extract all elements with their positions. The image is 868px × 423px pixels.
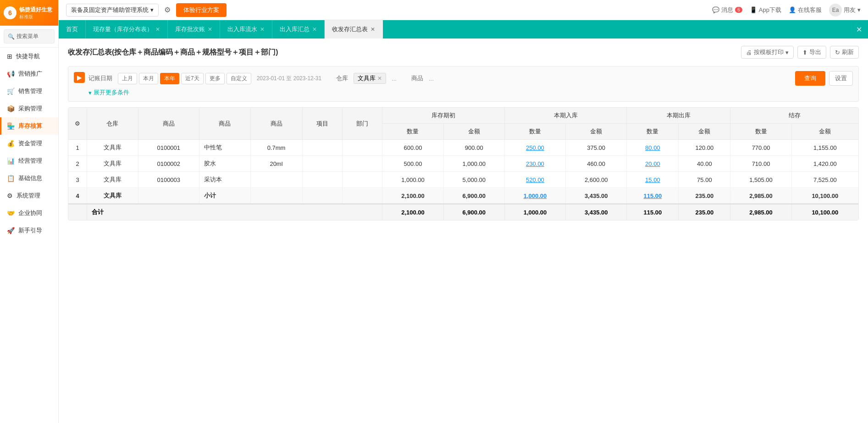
col-in-header: 本期入库 bbox=[504, 108, 626, 124]
row-out-qty[interactable]: 80.00 bbox=[627, 140, 679, 156]
page-inner: 收发存汇总表(按仓库＋商品编码＋商品＋规格型号＋项目＋部门) 🖨 按模板打印 ▾… bbox=[59, 38, 868, 423]
table-settings-icon[interactable]: ⚙ bbox=[73, 119, 82, 128]
date-more[interactable]: 更多 bbox=[205, 73, 225, 84]
footer-in-qty: 1,000.00 bbox=[504, 204, 565, 220]
date-prev-month[interactable]: 上月 bbox=[118, 73, 137, 84]
export-button[interactable]: ⬆ 导出 bbox=[797, 46, 826, 59]
basic-icon: 📋 bbox=[7, 175, 15, 182]
row-code: 0100002 bbox=[138, 156, 199, 172]
col-in-amt-header: 金额 bbox=[566, 124, 627, 140]
enterprise-icon: 🤝 bbox=[7, 209, 15, 217]
settings-button[interactable]: 设置 bbox=[829, 71, 853, 86]
sidebar-item-inventory[interactable]: 🏪 库存核算 bbox=[0, 117, 58, 135]
col-in-qty-header: 数量 bbox=[504, 124, 565, 140]
row-in-qty[interactable]: 250.00 bbox=[504, 140, 565, 156]
date-curr-month[interactable]: 本月 bbox=[139, 73, 158, 84]
refresh-button[interactable]: ↻ 刷新 bbox=[830, 46, 859, 59]
row-out-qty[interactable]: 15.00 bbox=[627, 172, 679, 188]
service-icon: 👤 bbox=[789, 6, 796, 13]
warehouse-label: 仓库 bbox=[336, 74, 348, 82]
sidebar-item-sales[interactable]: 🛒 销售管理 bbox=[0, 82, 58, 100]
tab-close-in-out-flow[interactable]: ✕ bbox=[260, 26, 265, 33]
print-icon: 🖨 bbox=[746, 49, 752, 56]
date-7days[interactable]: 近7天 bbox=[181, 73, 204, 84]
page-top-actions: 🖨 按模板打印 ▾ ⬆ 导出 ↻ 刷新 bbox=[741, 46, 859, 59]
try-industry-button[interactable]: 体验行业方案 bbox=[176, 3, 227, 17]
goods-more[interactable]: ... bbox=[429, 75, 434, 82]
sidebar-logo: 6 畅捷通好生意 标准版 bbox=[0, 0, 58, 26]
warehouse-remove-icon[interactable]: ✕ bbox=[377, 75, 382, 82]
user-menu[interactable]: Ea 用友 ▾ bbox=[829, 4, 861, 16]
col-out-amt-header: 金额 bbox=[679, 124, 730, 140]
message-button[interactable]: 💬 消息 6 bbox=[712, 6, 742, 14]
tab-home[interactable]: 首页 bbox=[59, 20, 86, 38]
row-code: 0100003 bbox=[138, 172, 199, 188]
row-balance-qty: 2,985.00 bbox=[730, 188, 791, 204]
sidebar-item-operation[interactable]: 📊 经营管理 bbox=[0, 152, 58, 170]
tab-close-inventory-dist[interactable]: ✕ bbox=[155, 26, 160, 33]
guide-icon: 🚀 bbox=[7, 227, 15, 234]
system-selector[interactable]: 装备及固定资产辅助管理系统 ▾ bbox=[66, 4, 159, 16]
row-in-qty[interactable]: 230.00 bbox=[504, 156, 565, 172]
tab-batch-account[interactable]: 库存批次账 ✕ bbox=[168, 20, 220, 38]
app-download-button[interactable]: 📱 App下载 bbox=[750, 6, 781, 14]
row-project bbox=[302, 172, 342, 188]
row-out-qty[interactable]: 115.00 bbox=[627, 188, 679, 204]
row-project bbox=[302, 156, 342, 172]
sidebar-search[interactable]: 🔍 搜索菜单 bbox=[0, 26, 58, 48]
row-out-amt: 235.00 bbox=[679, 188, 730, 204]
filter-toggle-button[interactable]: ▶ bbox=[74, 72, 85, 83]
row-opening-qty: 1,000.00 bbox=[382, 172, 443, 188]
sidebar-item-enterprise[interactable]: 🤝 企业协同 bbox=[0, 204, 58, 222]
sidebar-item-quick-nav[interactable]: ⊞ 快捷导航 bbox=[0, 48, 58, 65]
expand-conditions-button[interactable]: ▾ 展开更多条件 bbox=[88, 88, 129, 97]
avatar: Ea bbox=[829, 4, 842, 16]
row-opening-amt: 5,000.00 bbox=[443, 172, 504, 188]
footer-opening-amt: 6,900.00 bbox=[443, 204, 504, 220]
date-curr-year[interactable]: 本年 bbox=[160, 73, 179, 84]
tab-in-out-flow[interactable]: 出入库流水 ✕ bbox=[220, 20, 272, 38]
col-settings: ⚙ bbox=[68, 108, 87, 140]
sidebar-item-basic[interactable]: 📋 基础信息 bbox=[0, 170, 58, 187]
settings-icon[interactable]: ⚙ bbox=[164, 5, 171, 14]
online-service-button[interactable]: 👤 在线客服 bbox=[789, 6, 822, 14]
warehouse-more[interactable]: ... bbox=[392, 75, 397, 82]
query-button[interactable]: 查询 bbox=[795, 71, 825, 86]
date-range-display: 2023-01-01 至 2023-12-31 bbox=[257, 75, 321, 82]
sidebar-item-finance[interactable]: 💰 资金管理 bbox=[0, 135, 58, 152]
search-menu-button[interactable]: 🔍 搜索菜单 bbox=[4, 29, 55, 44]
sidebar-item-guide[interactable]: 🚀 新手引导 bbox=[0, 222, 58, 239]
table-row: 1 文具库 0100001 中性笔 0.7mm 600.00 900.00 25… bbox=[68, 140, 858, 156]
footer-balance-qty: 2,985.00 bbox=[730, 204, 791, 220]
row-in-qty[interactable]: 520.00 bbox=[504, 172, 565, 188]
row-warehouse: 文具库 bbox=[87, 156, 138, 172]
print-template-button[interactable]: 🖨 按模板打印 ▾ bbox=[741, 46, 794, 59]
tab-close-collection-summary[interactable]: ✕ bbox=[370, 26, 375, 33]
sidebar-item-system[interactable]: ⚙ 系统管理 bbox=[0, 187, 58, 204]
tab-collection-summary[interactable]: 收发存汇总表 ✕ bbox=[325, 20, 383, 38]
row-in-amt: 460.00 bbox=[566, 156, 627, 172]
row-warehouse: 文具库 bbox=[87, 188, 138, 204]
row-in-qty[interactable]: 1,000.00 bbox=[504, 188, 565, 204]
row-balance-amt: 1,420.00 bbox=[791, 156, 858, 172]
row-name: 中性笔 bbox=[199, 140, 250, 156]
row-out-qty[interactable]: 20.00 bbox=[627, 156, 679, 172]
row-opening-qty: 600.00 bbox=[382, 140, 443, 156]
sidebar-item-purchase[interactable]: 📦 采购管理 bbox=[0, 100, 58, 117]
col-out-header: 本期出库 bbox=[627, 108, 730, 124]
filter-row-2: ▾ 展开更多条件 bbox=[88, 88, 853, 97]
sidebar-item-marketing[interactable]: 📢 营销推广 bbox=[0, 65, 58, 82]
close-all-tabs-button[interactable]: ✕ bbox=[850, 20, 868, 38]
marketing-icon: 📢 bbox=[7, 70, 15, 77]
date-label: 记账日期 bbox=[88, 74, 112, 82]
tab-in-out-summary[interactable]: 出入库汇总 ✕ bbox=[272, 20, 325, 38]
tab-close-batch-account[interactable]: ✕ bbox=[208, 26, 212, 33]
row-project bbox=[302, 140, 342, 156]
sidebar-nav: ⊞ 快捷导航 📢 营销推广 🛒 销售管理 📦 采购管理 🏪 库存核算 💰 资金管… bbox=[0, 48, 58, 239]
col-code-header: 商品 bbox=[138, 108, 199, 140]
date-custom[interactable]: 自定义 bbox=[227, 73, 251, 84]
page-title: 收发存汇总表(按仓库＋商品编码＋商品＋规格型号＋项目＋部门) bbox=[68, 48, 278, 57]
tab-inventory-dist[interactable]: 现存量（库存分布表） ✕ bbox=[86, 20, 168, 38]
tab-close-in-out-summary[interactable]: ✕ bbox=[312, 26, 317, 33]
row-in-amt: 375.00 bbox=[566, 140, 627, 156]
